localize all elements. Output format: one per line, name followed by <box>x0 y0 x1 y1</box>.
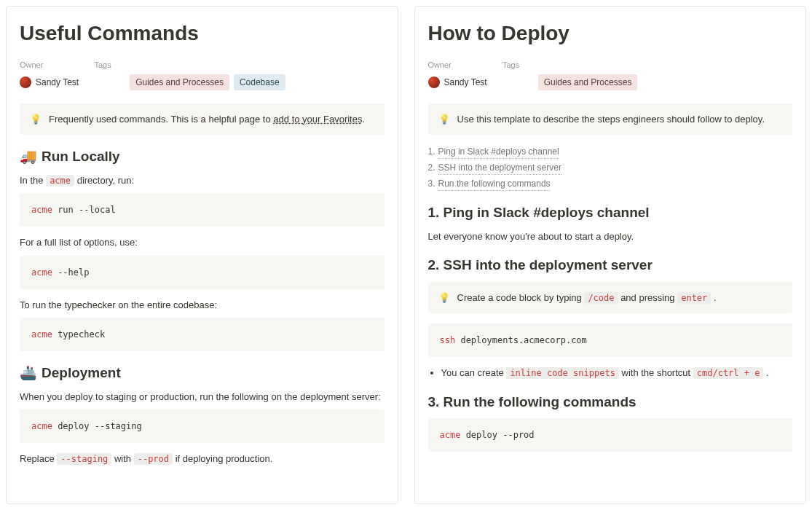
lightbulb-icon: 💡 <box>438 291 450 305</box>
page-title: How to Deploy <box>428 18 793 49</box>
tags-label: Tags <box>94 59 111 71</box>
callout-codeblock-tip: 💡 Create a code block by typing /code an… <box>428 282 793 314</box>
code-block[interactable]: ssh deployments.acmecorp.com <box>428 323 793 357</box>
truck-icon: 🚚 <box>20 146 37 168</box>
toc-item[interactable]: Ping in Slack #deploys channel <box>428 145 793 159</box>
toc-item[interactable]: Run the following commands <box>428 177 793 191</box>
avatar-icon <box>428 76 440 88</box>
body-text: When you deploy to staging or production… <box>20 390 385 404</box>
body-text: Let everyone know you're about to start … <box>428 230 793 244</box>
tag-chip[interactable]: Guides and Processes <box>538 74 638 90</box>
useful-commands-card: Useful Commands Owner Tags Sandy Test Gu… <box>6 6 398 504</box>
code-block[interactable]: acme deploy --prod <box>428 418 793 452</box>
callout-template: 💡 Use this template to describe the step… <box>428 103 793 136</box>
owner-label: Owner <box>20 59 43 71</box>
page-title: Useful Commands <box>20 18 385 49</box>
lightbulb-icon: 💡 <box>30 112 42 127</box>
owner-label: Owner <box>428 59 452 71</box>
section-deployment: 🚢 Deployment <box>20 363 385 384</box>
body-text: For a full list of options, use: <box>20 235 385 250</box>
inline-code: acme <box>46 175 74 187</box>
section-ping-slack: 1. Ping in Slack #deploys channel <box>428 203 793 224</box>
inline-code: --prod <box>134 453 173 465</box>
tag-chip[interactable]: Codebase <box>234 74 285 90</box>
owner-value[interactable]: Sandy Test <box>20 76 79 89</box>
callout-text: Use this template to describe the steps … <box>457 112 765 127</box>
table-of-contents: Ping in Slack #deploys channelSSH into t… <box>428 145 793 191</box>
tag-chip[interactable]: Guides and Processes <box>130 74 229 90</box>
body-text: To run the typechecker on the entire cod… <box>20 298 385 313</box>
body-text: Replace --staging with --prod if deployi… <box>20 452 385 466</box>
ship-icon: 🚢 <box>20 363 37 384</box>
code-block[interactable]: acme deploy --staging <box>20 409 385 443</box>
how-to-deploy-card: How to Deploy Owner Tags Sandy Test Guid… <box>414 6 807 504</box>
run-locally-desc: In the acme directory, run: <box>20 173 385 188</box>
list-item: You can create inline code snippets with… <box>441 366 793 380</box>
bullet-list: You can create inline code snippets with… <box>428 366 793 380</box>
inline-code: enter <box>677 292 711 304</box>
owner-name: Sandy Test <box>444 76 487 89</box>
section-run-commands: 3. Run the following commands <box>428 392 793 413</box>
code-block[interactable]: acme --help <box>20 256 385 289</box>
tag-list: Guides and ProcessesCodebase <box>130 74 285 90</box>
owner-name: Sandy Test <box>36 76 79 89</box>
section-run-locally: 🚚 Run Locally <box>20 146 385 168</box>
tags-label: Tags <box>502 59 519 71</box>
callout-text: Frequently used commands. This is a help… <box>49 114 273 125</box>
code-block[interactable]: acme run --local <box>20 193 385 227</box>
code-block[interactable]: acme typecheck <box>20 318 385 351</box>
callout-text-end: . <box>362 114 365 125</box>
add-to-favorites-link[interactable]: add to your Favorites <box>273 114 362 125</box>
toc-item[interactable]: SSH into the deployment server <box>428 161 793 175</box>
inline-code: --staging <box>57 453 111 465</box>
inline-code: inline code snippets <box>506 367 619 379</box>
inline-code: cmd/ctrl + e <box>693 367 764 379</box>
callout-favorites: 💡 Frequently used commands. This is a he… <box>20 103 385 136</box>
tag-list: Guides and Processes <box>538 74 638 90</box>
owner-value[interactable]: Sandy Test <box>428 76 487 89</box>
lightbulb-icon: 💡 <box>438 112 450 127</box>
avatar-icon <box>20 76 31 88</box>
inline-code: /code <box>584 292 618 304</box>
section-ssh: 2. SSH into the deployment server <box>428 255 793 276</box>
